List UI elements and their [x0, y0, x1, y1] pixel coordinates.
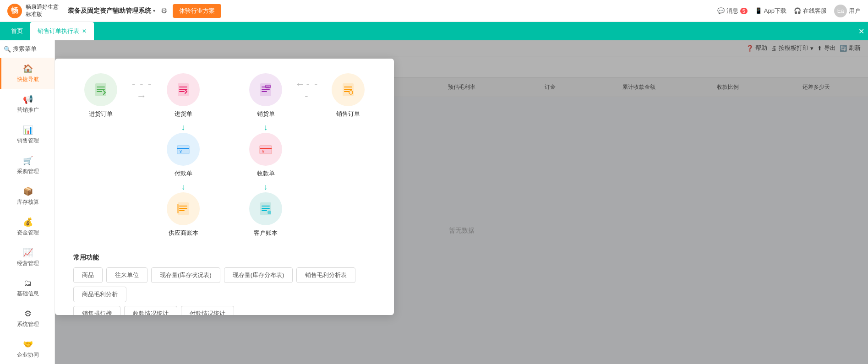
app-download-action[interactable]: 📱 App下载 — [755, 7, 786, 15]
func-btn-product[interactable]: 商品 — [73, 267, 103, 283]
sidebar-item-finance[interactable]: 💰 资金管理 — [0, 212, 55, 242]
sidebar-icon-purchase: 🛒 — [23, 156, 33, 166]
sidebar-item-marketing[interactable]: 📢 营销推广 — [0, 89, 55, 120]
flow-label-supplier-ledger: 供应商账本 — [169, 229, 198, 237]
modal-overlay[interactable]: 进货订单 - - - → — [55, 40, 868, 364]
func-btn-sales-rank[interactable]: 销售排行榜 — [73, 306, 120, 315]
title-dropdown-arrow: ▾ — [153, 8, 155, 13]
logo-area: 畅 畅康通好生意标准版 — [7, 4, 62, 18]
flow-arrow-po-to-pb: - - - → — [128, 78, 156, 102]
flow-circle-customer-ledger — [249, 192, 282, 225]
sidebar-item-sales[interactable]: 📊 销售管理 — [0, 120, 55, 150]
flow-circle-sale-bill — [249, 73, 282, 106]
search-icon: 🔍 — [4, 46, 11, 53]
common-func-title: 常用功能 — [73, 254, 376, 262]
flow-label-purchase-order: 进货订单 — [89, 110, 113, 118]
settings-icon[interactable]: ⚙ — [161, 6, 167, 15]
sidebar-item-system[interactable]: ⚙ 系统管理 — [0, 303, 55, 334]
flow-label-payment: 付款单 — [175, 169, 192, 178]
flow-arrow-so-to-sb: ←- - - — [293, 78, 321, 102]
flow-node-payment[interactable]: ¥ 付款单 — [156, 133, 211, 178]
flow-vertical-arrows-2: ↓ ↓ — [73, 181, 376, 192]
sidebar-label-finance: 资金管理 — [17, 229, 39, 237]
sidebar-item-inventory[interactable]: 📦 库存核算 — [0, 181, 55, 212]
message-label: 消息 — [726, 7, 738, 15]
sidebar-icon-system: ⚙ — [24, 309, 32, 319]
flow-row-1: 进货订单 - - - → — [73, 73, 376, 118]
arrow-down-sb: ↓ — [264, 122, 268, 133]
flow-row-2: ¥ 付款单 — [73, 133, 376, 178]
flow-node-purchase-order[interactable]: 进货订单 — [73, 73, 128, 118]
flow-circle-purchase-order — [84, 73, 117, 106]
nav-tabs: 首页 销售订单执行表 ✕ ✕ — [0, 22, 868, 40]
flow-label-receipt: 收款单 — [257, 169, 275, 178]
func-btn-sales-gross[interactable]: 销售毛利分析表 — [296, 267, 355, 283]
func-btn-payment-stat[interactable]: 付款情况统计 — [181, 306, 234, 315]
sidebar-label-basicinfo: 基础信息 — [17, 290, 39, 298]
flow-node-purchase-bill[interactable]: 进货单 — [156, 73, 211, 118]
tab-close-icon[interactable]: ✕ — [82, 28, 87, 34]
flow-label-purchase-bill: 进货单 — [175, 110, 192, 118]
svg-text:¥: ¥ — [179, 149, 182, 154]
flow-circle-receipt: ¥ — [249, 133, 282, 166]
sidebar-label-purchase: 采购管理 — [17, 168, 39, 175]
sidebar-item-purchase[interactable]: 🛒 采购管理 — [0, 150, 55, 181]
tab-home-label: 首页 — [11, 27, 23, 35]
func-btn-receipt-stat[interactable]: 收款情况统计 — [124, 306, 177, 315]
func-btn-partner[interactable]: 往来单位 — [106, 267, 147, 283]
sidebar-icon-finance: 💰 — [23, 217, 33, 227]
flow-node-receipt[interactable]: ¥ 收款单 — [238, 133, 293, 178]
sidebar-item-basicinfo[interactable]: 🗂 基础信息 — [0, 273, 55, 303]
online-service-action[interactable]: 🎧 在线客服 — [794, 7, 827, 15]
sidebar-label-system: 系统管理 — [17, 321, 39, 328]
message-action[interactable]: 💬 消息 5 — [717, 7, 748, 15]
flow-label-sale-bill: 销货单 — [257, 110, 275, 118]
sidebar-item-quicknav[interactable]: 🏠 快捷导航 — [0, 58, 55, 89]
sidebar-label-enterprise: 企业协同 — [17, 351, 39, 359]
svg-text:¥: ¥ — [262, 149, 265, 154]
user-avatar-area[interactable]: Ea 用户 — [834, 5, 861, 17]
app-download-label: App下载 — [764, 7, 786, 15]
page-area: ❓ 帮助 🖨 按模板打印 ▾ ⬆ 导出 🔄 刷新 — [55, 40, 868, 364]
func-btn-stock-status[interactable]: 现存量(库存状况表) — [151, 267, 220, 283]
sidebar-icon-inventory: 📦 — [23, 186, 33, 196]
arrow-down-pay: ↓ — [181, 181, 186, 192]
user-name: 用户 — [849, 7, 861, 15]
flow-circle-supplier-ledger — [167, 192, 200, 225]
logo-icon: 畅 — [7, 4, 22, 18]
flow-circle-purchase-bill — [167, 73, 200, 106]
flow-node-sale-order[interactable]: 销售订单 — [321, 73, 376, 118]
flow-circle-payment: ¥ — [167, 133, 200, 166]
svg-rect-6 — [177, 146, 189, 154]
tab-home[interactable]: 首页 — [4, 22, 30, 40]
online-service-label: 在线客服 — [803, 7, 827, 15]
flow-node-supplier-ledger[interactable]: 供应商账本 — [156, 192, 211, 237]
quick-nav-popup: 进货订单 - - - → — [55, 59, 394, 315]
arrow-down-pb: ↓ — [181, 122, 186, 133]
logo-text: 畅康通好生意标准版 — [26, 4, 59, 18]
func-buttons: 商品 往来单位 现存量(库存状况表) 现存量(库存分布表) 销售毛利分析表 商品… — [73, 267, 376, 302]
app-download-icon: 📱 — [755, 7, 762, 14]
system-title-dropdown[interactable]: 装备及固定资产辅助管理系统 ▾ — [68, 7, 155, 15]
nav-close-all-icon[interactable]: ✕ — [858, 27, 864, 36]
header-right: 💬 消息 5 📱 App下载 🎧 在线客服 Ea 用户 — [717, 5, 861, 17]
svg-point-13 — [267, 211, 271, 214]
flow-label-customer-ledger: 客户账本 — [254, 229, 278, 237]
flow-node-customer-ledger[interactable]: 客户账本 — [238, 192, 293, 237]
flow-node-sale-bill[interactable]: 销货单 — [238, 73, 293, 118]
func-btn-stock-dist[interactable]: 现存量(库存分布表) — [224, 267, 293, 283]
sidebar-item-operations[interactable]: 📈 经营管理 — [0, 242, 55, 273]
sidebar-search-label: 搜索菜单 — [13, 45, 37, 53]
trial-button[interactable]: 体验行业方案 — [173, 4, 221, 18]
arrow-down-rec: ↓ — [264, 181, 268, 192]
tab-sales-order[interactable]: 销售订单执行表 ✕ — [30, 22, 94, 40]
func-btn-product-gross[interactable]: 商品毛利分析 — [73, 287, 126, 302]
sidebar-label-marketing: 营销推广 — [17, 106, 39, 114]
sidebar-search[interactable]: 🔍 搜索菜单 — [0, 40, 55, 58]
flow-label-sale-order: 销售订单 — [336, 110, 360, 118]
system-title: 装备及固定资产辅助管理系统 — [68, 7, 151, 15]
sidebar-item-enterprise[interactable]: 🤝 企业协同 — [0, 334, 55, 364]
flow-circle-sale-order — [332, 73, 365, 106]
online-service-icon: 🎧 — [794, 7, 801, 14]
message-badge: 5 — [740, 8, 748, 14]
